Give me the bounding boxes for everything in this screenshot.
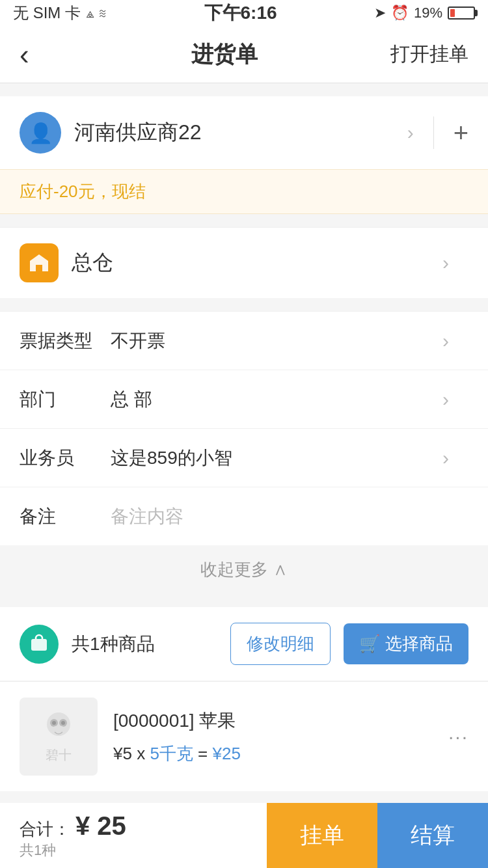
product-quantity: 5千克	[150, 744, 193, 763]
alarm-icon: ⏰	[391, 5, 409, 21]
product-section-icon	[20, 625, 59, 664]
salesperson-value: 这是859的小智	[111, 446, 442, 470]
form-section: 票据类型 不开票 › 部门 总 部 › 业务员 这是859的小智 › 备注 备注…	[0, 311, 488, 545]
department-row[interactable]: 部门 总 部 ›	[0, 370, 488, 428]
salesperson-label: 业务员	[20, 446, 111, 470]
product-unit-price: ¥5 x	[113, 744, 150, 763]
invoice-chevron-icon: ›	[442, 330, 449, 352]
back-icon: ‹	[20, 38, 29, 70]
select-product-button[interactable]: 🛒 选择商品	[344, 623, 468, 664]
supplier-alert: 应付-20元，现结	[0, 169, 488, 214]
total-amount: ¥ 25	[75, 811, 126, 841]
supplier-row[interactable]: 👤 河南供应商22 › +	[0, 96, 488, 169]
collapse-label: 收起更多 ∧	[200, 558, 287, 581]
product-equals: =	[198, 744, 212, 763]
bottom-bar: 合计： ¥ 25 共1种 挂单 结算	[0, 803, 488, 868]
status-bar: 无 SIM 卡 ⟁ ≋ 下午6:16 ➤ ⏰ 19%	[0, 0, 488, 26]
invoice-type-row[interactable]: 票据类型 不开票 ›	[0, 311, 488, 370]
divider-1	[0, 83, 488, 96]
battery-percent: 19%	[414, 5, 442, 21]
carrier-label: 无 SIM 卡	[13, 3, 81, 23]
svg-rect-1	[31, 639, 47, 651]
product-code: [0000001]	[113, 711, 199, 731]
product-count: 共1种商品	[72, 632, 217, 657]
wifi-icon: ⟁ ≋	[86, 5, 107, 21]
product-price-row: ¥5 x 5千克 = ¥25	[113, 742, 433, 765]
total-label-text: 合计：	[20, 818, 70, 841]
supplier-name: 河南供应商22	[74, 118, 407, 147]
remark-label: 备注	[20, 504, 111, 529]
product-item: 碧十 [0000001] 苹果 ¥5 x 5千克 = ¥25 ···	[0, 681, 488, 791]
add-supplier-button[interactable]: +	[454, 118, 468, 148]
invoice-label: 票据类型	[20, 329, 111, 353]
product-total-price: ¥25	[213, 744, 241, 763]
cart-icon: 🛒	[359, 634, 380, 654]
thumb-brand-label: 碧十	[46, 746, 72, 764]
salesperson-row[interactable]: 业务员 这是859的小智 ›	[0, 428, 488, 487]
product-thumbnail: 碧十	[20, 698, 98, 776]
svg-point-7	[52, 726, 65, 733]
total-label: 合计： ¥ 25	[20, 811, 247, 841]
supplier-section: 👤 河南供应商22 › + 应付-20元，现结	[0, 96, 488, 214]
product-more-button[interactable]: ···	[448, 726, 468, 748]
invoice-value: 不开票	[111, 329, 442, 353]
product-title: 苹果	[199, 711, 236, 731]
product-thumb-inner: 碧十	[39, 710, 78, 764]
checkout-button[interactable]: 结算	[377, 803, 488, 868]
hang-button[interactable]: 挂单	[267, 803, 377, 868]
warehouse-section[interactable]: 总仓 ›	[0, 227, 488, 298]
product-info: [0000001] 苹果 ¥5 x 5千克 = ¥25	[113, 709, 433, 765]
department-value: 总 部	[111, 387, 442, 412]
collapse-button[interactable]: 收起更多 ∧	[0, 545, 488, 594]
warehouse-chevron-icon: ›	[442, 252, 449, 274]
svg-rect-0	[36, 265, 42, 271]
divider-2	[0, 214, 488, 227]
department-label: 部门	[20, 387, 111, 412]
product-header: 共1种商品 修改明细 🛒 选择商品	[0, 607, 488, 681]
remark-row[interactable]: 备注 备注内容	[0, 487, 488, 545]
open-hang-button[interactable]: 打开挂单	[390, 41, 468, 68]
edit-detail-button[interactable]: 修改明细	[230, 623, 331, 665]
supplier-avatar: 👤	[20, 112, 61, 154]
svg-point-5	[52, 721, 56, 725]
avatar-icon: 👤	[29, 122, 53, 144]
product-name: [0000001] 苹果	[113, 709, 433, 733]
supplier-divider	[433, 116, 434, 149]
status-right: ➤ ⏰ 19%	[374, 5, 475, 21]
status-left: 无 SIM 卡 ⟁ ≋	[13, 3, 107, 23]
total-count: 共1种	[20, 841, 247, 860]
divider-3	[0, 298, 488, 311]
supplier-chevron-icon: ›	[407, 122, 414, 144]
total-section: 合计： ¥ 25 共1种	[0, 803, 267, 868]
warehouse-name: 总仓	[72, 249, 442, 277]
salesperson-chevron-icon: ›	[442, 447, 449, 469]
battery-icon	[448, 7, 475, 20]
divider-4	[0, 594, 488, 607]
location-icon: ➤	[374, 5, 386, 21]
warehouse-icon	[20, 243, 59, 282]
status-time: 下午6:16	[204, 1, 277, 25]
warehouse-row[interactable]: 总仓 ›	[0, 227, 488, 298]
back-button[interactable]: ‹	[20, 38, 59, 71]
select-product-label: 选择商品	[385, 632, 453, 655]
department-chevron-icon: ›	[442, 388, 449, 411]
svg-point-6	[61, 721, 65, 725]
nav-bar: ‹ 进货单 打开挂单	[0, 26, 488, 83]
remark-input[interactable]: 备注内容	[111, 504, 468, 529]
page-title: 进货单	[191, 40, 258, 70]
